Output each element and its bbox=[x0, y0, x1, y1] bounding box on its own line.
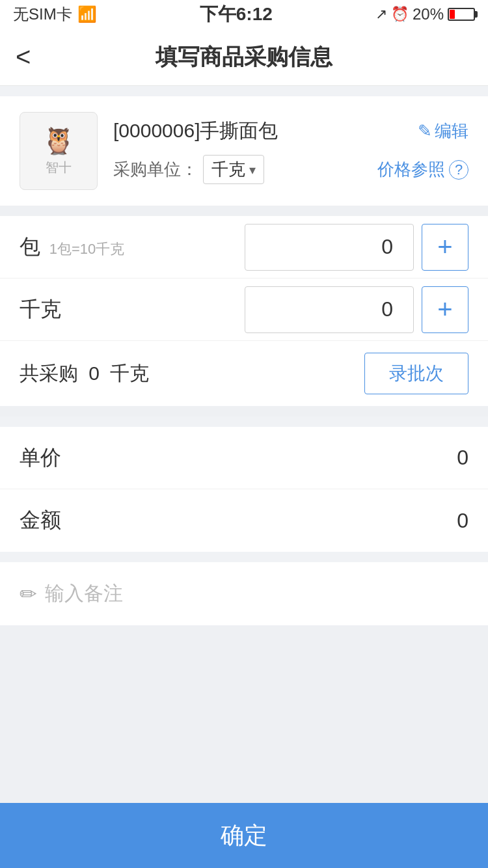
unit-value: 千克 bbox=[211, 158, 245, 181]
summary-prefix: 共采购 bbox=[20, 362, 78, 384]
page-title: 填写商品采购信息 bbox=[156, 42, 332, 72]
carrier-label: 无SIM卡 bbox=[13, 4, 72, 25]
unit-price-label: 单价 bbox=[20, 444, 61, 472]
location-icon: ↗ bbox=[375, 6, 387, 23]
status-right: ↗ ⏰ 20% bbox=[375, 5, 475, 23]
confirm-button[interactable]: 确定 bbox=[0, 803, 488, 868]
product-card: 🦉 智十 [0000006]手撕面包 ✎ 编辑 采购单位： 千克 ▾ 价格参照 … bbox=[0, 96, 488, 206]
batch-btn-label: 录批次 bbox=[389, 361, 444, 386]
bag-input[interactable] bbox=[245, 224, 414, 271]
unit-price-row: 单价 0 bbox=[0, 427, 488, 489]
batch-button[interactable]: 录批次 bbox=[364, 353, 468, 394]
divider-1 bbox=[0, 206, 488, 216]
battery-pct: 20% bbox=[413, 5, 444, 23]
alarm-icon: ⏰ bbox=[391, 6, 409, 23]
info-section: 单价 0 金额 0 bbox=[0, 427, 488, 552]
plus-icon: + bbox=[437, 232, 452, 262]
confirm-label: 确定 bbox=[221, 820, 267, 852]
summary-row: 共采购 0 千克 录批次 bbox=[0, 341, 488, 406]
status-time: 下午6:12 bbox=[200, 2, 273, 27]
summary-quantity: 0 bbox=[88, 362, 100, 384]
chevron-down-icon: ▾ bbox=[249, 162, 256, 178]
amount-label: 金额 bbox=[20, 506, 61, 535]
kg-plus-button[interactable]: + bbox=[422, 286, 468, 333]
kg-label: 千克 bbox=[20, 297, 61, 321]
edit-button[interactable]: ✎ 编辑 bbox=[418, 120, 468, 142]
plus-icon-2: + bbox=[437, 295, 452, 324]
kg-input[interactable] bbox=[245, 286, 414, 333]
bag-label-wrap: 包 1包=10千克 bbox=[20, 233, 124, 262]
product-name: [0000006]手撕面包 bbox=[113, 118, 278, 144]
edit-label: 编辑 bbox=[435, 120, 468, 142]
unit-row: 采购单位： 千克 ▾ 价格参照 ? bbox=[113, 155, 468, 184]
amount-value: 0 bbox=[457, 509, 468, 533]
summary-suffix: 千克 bbox=[110, 362, 149, 384]
product-info: [0000006]手撕面包 ✎ 编辑 采购单位： 千克 ▾ 价格参照 ? bbox=[98, 118, 468, 184]
bag-input-row: 包 1包=10千克 + bbox=[0, 216, 488, 278]
notes-placeholder: 输入备注 bbox=[45, 580, 123, 607]
help-icon: ? bbox=[449, 160, 468, 180]
wifi-icon: 📶 bbox=[77, 5, 97, 23]
nav-bar: < 填写商品采购信息 bbox=[0, 29, 488, 86]
bag-label: 包 bbox=[20, 235, 40, 258]
status-bar: 无SIM卡 📶 下午6:12 ↗ ⏰ 20% bbox=[0, 0, 488, 29]
price-ref-button[interactable]: 价格参照 ? bbox=[377, 158, 468, 181]
bag-plus-button[interactable]: + bbox=[422, 224, 468, 271]
input-section: 包 1包=10千克 + 千克 + bbox=[0, 216, 488, 341]
amount-row: 金额 0 bbox=[0, 489, 488, 552]
back-button[interactable]: < bbox=[16, 42, 31, 72]
divider-2 bbox=[0, 406, 488, 416]
pencil-icon: ✏ bbox=[20, 582, 37, 606]
kg-field-wrap: + bbox=[72, 286, 468, 333]
kg-label-wrap: 千克 bbox=[20, 295, 72, 324]
unit-select[interactable]: 千克 ▾ bbox=[203, 155, 264, 184]
brand-label: 智十 bbox=[46, 159, 72, 176]
bag-sub-label: 1包=10千克 bbox=[49, 241, 125, 257]
unit-price-value: 0 bbox=[457, 446, 468, 470]
product-name-row: [0000006]手撕面包 ✎ 编辑 bbox=[113, 118, 468, 144]
battery-indicator bbox=[448, 8, 475, 21]
bag-field-wrap: + bbox=[124, 224, 468, 271]
edit-icon: ✎ bbox=[418, 121, 432, 141]
notes-section[interactable]: ✏ 输入备注 bbox=[0, 562, 488, 625]
kg-input-row: 千克 + bbox=[0, 278, 488, 341]
unit-label: 采购单位： bbox=[113, 158, 198, 181]
battery-fill bbox=[450, 10, 455, 19]
price-ref-label: 价格参照 bbox=[377, 158, 445, 181]
summary-text: 共采购 0 千克 bbox=[20, 360, 149, 387]
product-thumbnail: 🦉 智十 bbox=[20, 112, 98, 190]
status-left: 无SIM卡 📶 bbox=[13, 4, 97, 25]
owl-icon: 🦉 bbox=[42, 126, 75, 156]
